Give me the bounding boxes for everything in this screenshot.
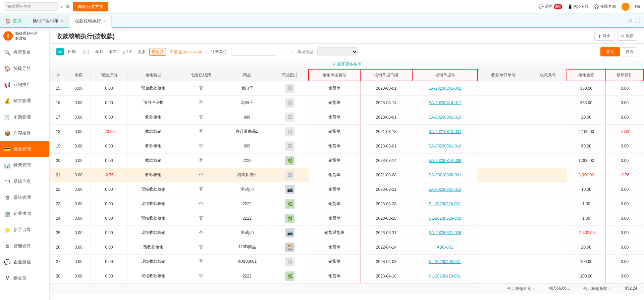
sidebar-item-business-label: 经营管理 bbox=[13, 162, 31, 168]
bill-no-link[interactable]: SL-20230328-001 bbox=[429, 202, 461, 206]
sidebar-item-inventory[interactable]: 📦 库存核算 bbox=[0, 125, 49, 141]
table-footer: 合计核销金额： 40,556,66... 合计核销折扣： 952.24 bbox=[50, 284, 644, 294]
bill-no-cell[interactable]: SA-20230414-017 bbox=[412, 95, 478, 110]
included-cell: 否 bbox=[179, 254, 223, 269]
bill-no-link[interactable]: SA-20230321-012 bbox=[429, 187, 461, 192]
bill-no-cell[interactable]: SL-20230418-001 bbox=[412, 269, 478, 283]
refresh-button[interactable]: ↻ 刷新 bbox=[617, 32, 637, 41]
bill-no-cell[interactable]: SA-20230301-010 bbox=[412, 110, 478, 124]
verify-type-cell: 预付冲应收 bbox=[128, 95, 179, 110]
table-container[interactable]: ⚙ 余额 现金折扣 核销类型 包含已结清 商品 商品图片 核销单据类型 核销单据… bbox=[50, 69, 644, 300]
sidebar-item-sales[interactable]: 💰 销售管理 bbox=[0, 93, 49, 109]
verify-discount-cell: -70.00 bbox=[606, 124, 644, 139]
bill-date-cell: 2023-03-01 bbox=[360, 139, 412, 153]
sidebar-item-business[interactable]: 📊 经营管理 bbox=[0, 157, 49, 173]
sidebar-item-purchase[interactable]: 🛒 采购管理 bbox=[0, 109, 49, 125]
collect-cond-cell bbox=[529, 95, 567, 110]
collect-cond-cell bbox=[529, 124, 567, 139]
bill-no-cell[interactable]: SA-20230321-012 bbox=[412, 182, 478, 197]
close-window-icon[interactable]: ✕ bbox=[629, 18, 633, 24]
industry-solution-button[interactable]: 体验行业方案 bbox=[73, 2, 108, 11]
bill-no-cell[interactable]: SA-20210808-001 bbox=[412, 168, 478, 182]
bill-no-cell[interactable]: SL-20230328-002 bbox=[412, 211, 478, 225]
gear-icon[interactable]: ⚙ bbox=[65, 3, 70, 10]
bill-no-link[interactable]: SL-20230408-001 bbox=[429, 259, 461, 264]
bill-no-link[interactable]: SA-20230301-010 bbox=[429, 144, 461, 148]
bill-no-cell[interactable]: SA-20230301-010 bbox=[412, 139, 478, 153]
tab-prepay-close[interactable]: ✕ bbox=[61, 19, 64, 23]
bill-no-cell[interactable]: SL-20230328-001 bbox=[412, 197, 478, 211]
bill-no-link[interactable]: SA-20230314-008 bbox=[429, 158, 461, 163]
sidebar-item-basic[interactable]: 🗃 基础信息 bbox=[0, 173, 49, 189]
bill-no-link[interactable]: SA-20230414-017 bbox=[429, 100, 461, 105]
sidebar-item-finance[interactable]: 💳 资金管理 bbox=[0, 141, 49, 157]
tab-home-label: 首页 bbox=[13, 18, 21, 24]
tab-home[interactable]: 🏠 首页 bbox=[0, 15, 27, 27]
verify-type-cell: 收款核销 bbox=[128, 110, 179, 124]
sidebar-item-member[interactable]: V 畅会员 bbox=[0, 270, 49, 286]
th-collect-condition: 收款条件 bbox=[529, 69, 567, 81]
balance-cell: 0.00 bbox=[67, 95, 90, 110]
messages-area[interactable]: 💬 消息 99+ bbox=[539, 4, 562, 9]
bill-no-link[interactable]: SL-20230418-001 bbox=[429, 274, 461, 278]
bill-no-cell[interactable]: ABC-001 bbox=[412, 240, 478, 254]
export-button[interactable]: ⬆ 导出 bbox=[594, 32, 614, 41]
sidebar-item-enterprise[interactable]: 🏢 企业协同 bbox=[0, 206, 49, 222]
chevron-down-icon[interactable]: ▾ bbox=[60, 4, 63, 9]
more-dates-button[interactable]: 更多 bbox=[136, 48, 148, 55]
tab-collect-close[interactable]: ✕ bbox=[103, 19, 106, 24]
bill-no-link[interactable]: SA-20230301-010 bbox=[429, 115, 461, 120]
goods-img-cell: 🌿 bbox=[271, 197, 309, 211]
tab-collect[interactable]: 收款核销执行 ✕ bbox=[69, 15, 112, 28]
bill-no-cell[interactable]: SL-20230408-001 bbox=[412, 254, 478, 269]
sidebar-item-beginner[interactable]: 🌟 新手引导 bbox=[0, 222, 49, 238]
included-cell: 否 bbox=[179, 81, 223, 95]
sidebar-item-search[interactable]: 🔍 搜索菜单 bbox=[0, 44, 49, 60]
sidebar-item-finance-label: 资金管理 bbox=[13, 146, 31, 152]
settings-button[interactable]: 设置 bbox=[622, 47, 637, 56]
bill-no-link[interactable]: SA-20210808-001 bbox=[429, 173, 461, 177]
sidebar-item-marketing[interactable]: 📢 营销推广 bbox=[0, 77, 49, 93]
row-number: 17 bbox=[50, 110, 67, 124]
filter-collapse-button[interactable]: ≫ bbox=[56, 48, 64, 55]
sidebar-item-system[interactable]: ⚙ 系统管理 bbox=[0, 189, 49, 206]
sidebar-item-quick-nav[interactable]: 🏠 快捷导航 bbox=[0, 60, 49, 77]
app-download-area[interactable]: 📱 App下载 bbox=[568, 4, 589, 9]
top-bar-left: 畅捷通好生意 ▾ ⚙ 体验行业方案 bbox=[4, 2, 536, 11]
bill-no-link[interactable]: SA-20230301-001 bbox=[429, 86, 461, 91]
th-settings[interactable]: ⚙ bbox=[50, 69, 67, 81]
from-unit-input[interactable] bbox=[231, 48, 278, 56]
bill-no-link[interactable]: SL-20230328-002 bbox=[429, 216, 461, 221]
bill-type-select[interactable] bbox=[317, 47, 358, 56]
avatar[interactable] bbox=[622, 3, 630, 11]
enterprise-icon: 🏢 bbox=[4, 211, 11, 217]
expand-more-icon: ∨ bbox=[332, 62, 336, 67]
custom-date-button[interactable]: 自定义 bbox=[149, 48, 166, 56]
restore-window-icon[interactable]: ⛶ bbox=[635, 18, 640, 24]
this-year-button[interactable]: 本年 bbox=[107, 48, 119, 55]
export-label: 导出 bbox=[603, 33, 611, 39]
bill-no-cell[interactable]: SA-20230314-008 bbox=[412, 153, 478, 168]
verify-type-cell: 预收款核销 bbox=[128, 240, 179, 254]
online-support-area[interactable]: 🎧 在线客服 bbox=[594, 4, 616, 9]
bill-date-cell: 2023-03-28 bbox=[360, 211, 412, 225]
goods-image-thumb: 🖼 bbox=[274, 127, 306, 136]
bill-no-link[interactable]: SA-20230331-026 bbox=[429, 230, 461, 235]
expand-more-bar[interactable]: ∨ 展开更多条件 bbox=[50, 60, 644, 69]
bill-no-link[interactable]: ABC-001 bbox=[437, 245, 453, 250]
last-month-button[interactable]: 上月 bbox=[80, 48, 92, 55]
query-button[interactable]: 查询 bbox=[600, 47, 620, 56]
tab-prepay[interactable]: 预付冲应付单 ✕ bbox=[27, 15, 69, 27]
cash-discount-cell: 0.00 bbox=[90, 139, 127, 153]
sidebar-item-wechat[interactable]: 💬 企业微信 bbox=[0, 254, 49, 270]
last-7days-button[interactable]: 近7天 bbox=[120, 48, 135, 55]
bill-no-cell[interactable]: SA-20210813-001 bbox=[412, 124, 478, 139]
th-bill-report-type: 核销单据类型 bbox=[309, 69, 360, 81]
goods-cell: 2222 bbox=[223, 197, 271, 211]
this-month-button[interactable]: 本月 bbox=[93, 48, 105, 55]
bill-no-cell[interactable]: SA-20230301-001 bbox=[412, 81, 478, 95]
sidebar-item-smart-hw[interactable]: 🖥 智能硬件 bbox=[0, 238, 49, 254]
sidebar-item-inventory-label: 库存核算 bbox=[13, 130, 31, 136]
bill-no-link[interactable]: SA-20210813-001 bbox=[429, 129, 461, 134]
bill-no-cell[interactable]: SA-20230331-026 bbox=[412, 225, 478, 240]
